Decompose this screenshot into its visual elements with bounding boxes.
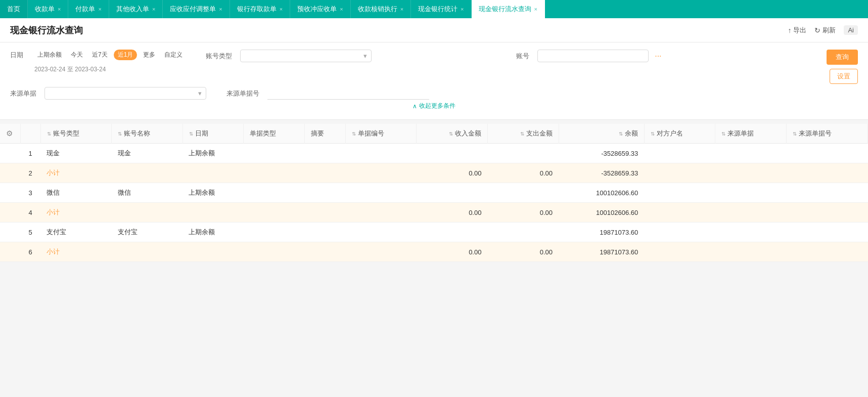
income-cell — [417, 183, 488, 203]
chevron-down-icon: ▾ — [363, 52, 367, 60]
row-settings-cell — [0, 242, 20, 262]
col-balance[interactable]: ⇅余额 — [559, 124, 644, 144]
date-btn-more[interactable]: 更多 — [140, 50, 158, 60]
source-doc-num-input[interactable] — [267, 87, 429, 100]
expense-cell — [487, 183, 559, 203]
refresh-button[interactable]: ↻ 刷新 — [814, 26, 836, 35]
close-icon[interactable]: × — [219, 6, 222, 12]
source-doc-cell — [715, 223, 787, 242]
counterparty-cell — [644, 223, 715, 242]
expense-cell: 0.00 — [487, 163, 559, 183]
doc-type-cell — [243, 223, 305, 242]
date-btn-today[interactable]: 今天 — [68, 50, 86, 60]
nav-item-home[interactable]: 首页 — [0, 0, 28, 18]
col-date[interactable]: ⇅日期 — [182, 124, 243, 144]
account-filter-group: 账号 ··· — [516, 50, 806, 62]
row-settings-cell — [0, 183, 20, 203]
col-account-type[interactable]: ⇅账号类型 — [40, 124, 112, 144]
col-source-doc-no[interactable]: ⇅来源单据号 — [786, 124, 867, 144]
collapse-bar[interactable]: ∧ 收起更多条件 — [10, 100, 858, 114]
counterparty-cell — [644, 242, 715, 262]
counterparty-cell — [644, 163, 715, 183]
table-settings-icon[interactable]: ⚙ — [6, 129, 13, 138]
col-expense[interactable]: ⇅支出金额 — [487, 124, 559, 144]
account-more-btn[interactable]: ··· — [655, 52, 661, 61]
col-income[interactable]: ⇅收入金额 — [417, 124, 488, 144]
counterparty-cell — [644, 183, 715, 203]
col-source-doc[interactable]: ⇅来源单据 — [715, 124, 787, 144]
row-settings-cell — [0, 223, 20, 242]
doc-no-cell — [345, 242, 417, 262]
table-body: 1现金现金上期余额-3528659.332小计0.000.00-3528659.… — [0, 144, 868, 262]
account-name-cell: 支付宝 — [112, 223, 183, 242]
balance-cell: 19871073.60 — [559, 242, 644, 262]
close-icon[interactable]: × — [152, 6, 155, 12]
nav-item-payment[interactable]: 付款单× — [68, 0, 109, 18]
income-cell: 0.00 — [417, 242, 488, 262]
account-type-cell: 小计 — [40, 203, 112, 223]
source-doc-no-cell — [786, 144, 867, 163]
balance-cell: -3528659.33 — [559, 163, 644, 183]
close-icon[interactable]: × — [58, 6, 61, 12]
balance-cell: 100102606.60 — [559, 203, 644, 223]
nav-item-other-income[interactable]: 其他收入单× — [109, 0, 163, 18]
collapse-label: 收起更多条件 — [419, 102, 455, 110]
col-counterparty[interactable]: ⇅对方户名 — [644, 124, 715, 144]
expense-cell — [487, 223, 559, 242]
summary-cell — [305, 203, 346, 223]
close-icon[interactable]: × — [280, 6, 283, 12]
nav-item-prepaid[interactable]: 预收冲应收单× — [290, 0, 350, 18]
summary-cell — [305, 163, 346, 183]
col-summary: 摘要 — [305, 124, 346, 144]
nav-item-writeoff[interactable]: 收款核销执行× — [351, 0, 411, 18]
date-cell — [182, 163, 243, 183]
date-btn-yesterday[interactable]: 上期余额 — [34, 50, 65, 60]
source-doc-cell — [715, 183, 787, 203]
doc-type-cell — [243, 163, 305, 183]
income-cell — [417, 223, 488, 242]
income-cell — [417, 144, 488, 163]
source-doc-select[interactable]: ▾ — [44, 87, 206, 100]
source-doc-no-cell — [786, 242, 867, 262]
source-doc-no-cell — [786, 183, 867, 203]
expense-cell: 0.00 — [487, 242, 559, 262]
page-header: 现金银行流水查询 ↑ 导出 ↻ 刷新 Ai — [0, 18, 868, 42]
row-settings-cell — [0, 203, 20, 223]
close-icon[interactable]: × — [400, 6, 403, 12]
nav-item-receipt[interactable]: 收款单× — [28, 0, 68, 18]
col-num — [20, 124, 40, 144]
doc-type-cell — [243, 183, 305, 203]
account-type-cell: 现金 — [40, 144, 112, 163]
doc-type-cell — [243, 242, 305, 262]
nav-item-cash-stats[interactable]: 现金银行统计× — [411, 0, 471, 18]
account-input[interactable] — [537, 50, 649, 62]
close-icon[interactable]: × — [340, 6, 343, 12]
query-button[interactable]: 查询 — [827, 50, 858, 65]
close-icon[interactable]: × — [534, 6, 537, 12]
account-type-label: 账号类型 — [206, 52, 232, 61]
source-doc-cell — [715, 203, 787, 223]
row-settings-cell — [0, 144, 20, 163]
nav-item-ar-adjust[interactable]: 应收应付调整单× — [163, 0, 230, 18]
close-icon[interactable]: × — [461, 6, 464, 12]
nav-item-cash-flow[interactable]: 现金银行流水查询× — [472, 0, 545, 18]
ai-button[interactable]: Ai — [844, 25, 858, 35]
account-name-cell: 微信 — [112, 183, 183, 203]
col-account-name[interactable]: ⇅账号名称 — [112, 124, 183, 144]
collapse-icon: ∧ — [413, 103, 417, 110]
col-doc-no[interactable]: ⇅单据编号 — [345, 124, 417, 144]
col-doc-type: 单据类型 — [243, 124, 305, 144]
account-type-select[interactable]: ▾ — [240, 50, 372, 62]
export-button[interactable]: ↑ 导出 — [788, 26, 806, 35]
settings-button[interactable]: 设置 — [830, 69, 858, 84]
chevron-down-icon-2: ▾ — [198, 90, 202, 97]
refresh-icon: ↻ — [814, 26, 820, 34]
date-btn-custom[interactable]: 自定义 — [161, 50, 186, 60]
date-btn-1month[interactable]: 近1月 — [114, 50, 138, 60]
summary-cell — [305, 144, 346, 163]
account-type-cell: 小计 — [40, 163, 112, 183]
close-icon[interactable]: × — [98, 6, 101, 12]
nav-item-bank-deposit[interactable]: 银行存取款单× — [230, 0, 290, 18]
account-type-filter: 账号类型 ▾ — [206, 50, 496, 62]
date-btn-7days[interactable]: 近7天 — [89, 50, 111, 60]
